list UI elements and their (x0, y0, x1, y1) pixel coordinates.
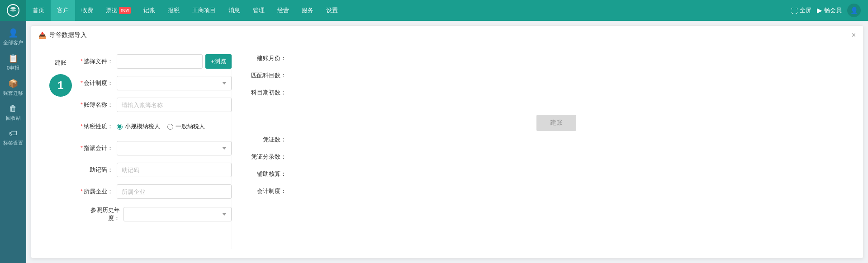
auxiliary-row: 辅助核算： (246, 170, 849, 178)
all-customers-icon: 👤 (8, 28, 18, 38)
sidebar-item-account-migrate[interactable]: 📦 账套迁移 (0, 75, 26, 100)
voucher-count-label: 凭证数： (246, 136, 286, 144)
voucher-entries-row: 凭证分录数： (246, 153, 849, 161)
ledger-name-input[interactable] (117, 98, 232, 112)
create-button-row: 建账 (246, 110, 849, 131)
nav-items: 首页 客户 收费 票据 new 记账 报税 工商项目 消息 管理 经营 服务 设… (26, 0, 791, 21)
top-nav: 首页 客户 收费 票据 new 记账 报税 工商项目 消息 管理 经营 服务 设… (0, 0, 868, 21)
match-subjects-row: 匹配科目数： (246, 71, 849, 80)
nav-logo[interactable] (0, 0, 26, 21)
content-area: 📥 导爷数据导入 × 建账 1 (26, 21, 868, 263)
nav-item-invoice[interactable]: 票据 new (100, 0, 137, 21)
account-migrate-icon: 📦 (8, 79, 18, 89)
affiliated-company-input[interactable] (117, 184, 232, 199)
step-label: 建账 (55, 59, 66, 67)
accountant-label: 指派会计： (79, 144, 113, 152)
period-initial-label: 科目期初数： (246, 89, 286, 97)
account-month-label: 建账月份： (246, 54, 286, 62)
accounting-label: 会计制度： (79, 79, 113, 87)
new-badge: new (119, 7, 131, 14)
reference-year-label: 参照历史年度： (79, 206, 120, 222)
tax-type-label: 纳税性质： (79, 122, 113, 131)
accountant-select[interactable] (117, 141, 232, 155)
accounting-row: 会计制度： (79, 76, 232, 90)
dialog-close-button[interactable]: × (852, 32, 856, 39)
create-account-button[interactable]: 建账 (536, 115, 576, 131)
nav-right: ⛶ 全屏 ▶ 畅会员 👤 (791, 4, 868, 17)
affiliated-company-row: 所属企业： (79, 184, 232, 199)
memo-code-label: 助记码： (79, 166, 113, 174)
accounting-system-label: 会计制度： (246, 187, 286, 195)
reference-year-select[interactable] (123, 207, 232, 221)
sidebar-item-all-customers[interactable]: 👤 全部客户 (0, 24, 26, 50)
nav-item-settings[interactable]: 设置 (320, 0, 344, 21)
accounting-system-row: 会计制度： (246, 187, 849, 195)
info-section: 建账月份： 匹配科目数： 科目期初数： 建 (232, 54, 863, 249)
nav-item-tax[interactable]: 报税 (161, 0, 186, 21)
sidebar: 👤 全部客户 📋 0申报 📦 账套迁移 🗑 回收站 🏷 标签设置 (0, 21, 26, 263)
browse-button[interactable]: +浏览 (205, 54, 232, 69)
fullscreen-button[interactable]: ⛶ 全屏 (791, 6, 811, 14)
radio-small-taxpayer[interactable]: 小规模纳税人 (117, 122, 160, 131)
nav-item-customer[interactable]: 客户 (51, 0, 75, 21)
ledger-name-label: 账簿名称： (79, 101, 113, 109)
voucher-entries-label: 凭证分录数： (246, 153, 286, 161)
file-input-group: +浏览 (117, 54, 232, 69)
accounting-select[interactable] (117, 76, 232, 90)
radio-general-taxpayer[interactable]: 一般纳税人 (167, 122, 205, 131)
nav-item-operation[interactable]: 经营 (271, 0, 295, 21)
reference-year-row: 参照历史年度： (79, 206, 232, 222)
auxiliary-label: 辅助核算： (246, 170, 286, 178)
vip-icon: ▶ (817, 6, 822, 14)
nav-item-business[interactable]: 工商项目 (186, 0, 222, 21)
nav-item-management[interactable]: 管理 (247, 0, 271, 21)
file-label: 选择文件： (79, 57, 113, 66)
form-section: 建账 1 选择文件： +浏览 (31, 54, 863, 249)
tax-type-radio-group: 小规模纳税人 一般纳税人 (117, 119, 205, 134)
step-badge: 1 (49, 74, 72, 97)
file-row: 选择文件： +浏览 (79, 54, 232, 69)
dialog-container: 📥 导爷数据导入 × 建账 1 (31, 25, 863, 258)
affiliated-company-label: 所属企业： (79, 188, 113, 196)
period-initial-row: 科目期初数： (246, 89, 849, 97)
form-fields: 选择文件： +浏览 会计制度： (79, 54, 232, 230)
fullscreen-icon: ⛶ (791, 7, 798, 14)
dialog-body: 建账 1 选择文件： +浏览 (31, 45, 863, 258)
sidebar-item-recycle[interactable]: 🗑 回收站 (0, 100, 26, 125)
nav-item-fee[interactable]: 收费 (75, 0, 100, 21)
nav-item-message[interactable]: 消息 (222, 0, 247, 21)
zero-declare-icon: 📋 (8, 53, 18, 63)
recycle-icon: 🗑 (9, 104, 17, 113)
memo-code-input[interactable] (117, 163, 232, 177)
nav-item-home[interactable]: 首页 (26, 0, 51, 21)
nav-item-bookkeeping[interactable]: 记账 (137, 0, 161, 21)
vip-button[interactable]: ▶ 畅会员 (817, 6, 842, 14)
voucher-count-row: 凭证数： (246, 136, 849, 144)
tag-settings-icon: 🏷 (9, 129, 17, 138)
file-input[interactable] (117, 54, 203, 69)
ledger-name-row: 账簿名称： (79, 98, 232, 112)
sidebar-item-tag-settings[interactable]: 🏷 标签设置 (0, 125, 26, 150)
accountant-row: 指派会计： (79, 141, 232, 155)
avatar[interactable]: 👤 (847, 4, 861, 17)
tax-type-row: 纳税性质： 小规模纳税人 一般纳税人 (79, 119, 232, 134)
nav-item-service[interactable]: 服务 (295, 0, 320, 21)
dialog-header: 📥 导爷数据导入 × (31, 26, 863, 45)
memo-code-row: 助记码： (79, 163, 232, 177)
account-month-row: 建账月份： (246, 54, 849, 62)
dialog-title: 📥 导爷数据导入 (38, 31, 87, 39)
sidebar-item-zero-declare[interactable]: 📋 0申报 (0, 50, 26, 75)
main-layout: 👤 全部客户 📋 0申报 📦 账套迁移 🗑 回收站 🏷 标签设置 📥 导爷 (0, 21, 868, 263)
import-icon: 📥 (38, 32, 46, 39)
match-subjects-label: 匹配科目数： (246, 71, 286, 80)
